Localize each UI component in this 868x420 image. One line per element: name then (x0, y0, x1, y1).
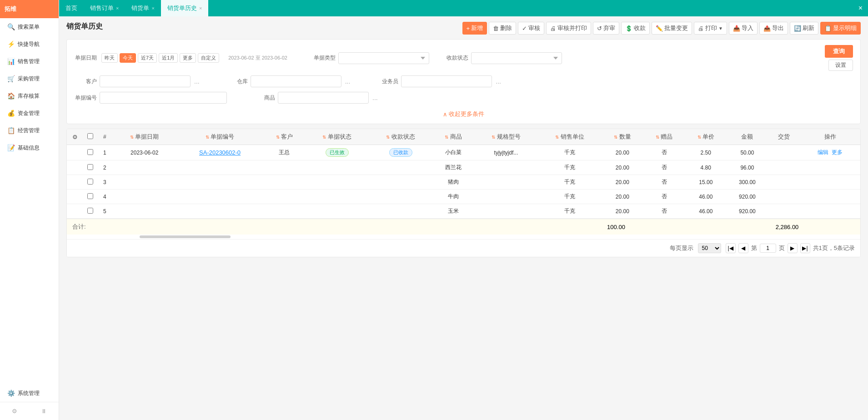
sidebar-item-quicknav[interactable]: ⚡ 快捷导航 (0, 35, 59, 53)
refresh-button[interactable]: 🔄 刷新 (790, 22, 818, 35)
first-page-button[interactable]: |◀ (726, 243, 736, 253)
tab-home[interactable]: 首页 (59, 0, 84, 16)
row4-num: 4 (97, 190, 113, 204)
delete-button[interactable]: 🗑 删除 (489, 22, 516, 35)
export-button[interactable]: 📤 导出 (759, 22, 788, 35)
collect-button[interactable]: 💲 收款 (621, 22, 650, 35)
row5-spec (474, 204, 538, 219)
row5-checkbox[interactable] (87, 208, 93, 214)
tab-close-sales-goods[interactable]: × (151, 5, 154, 11)
th-spec[interactable]: ⇅ 规格型号 (474, 129, 538, 145)
tab-sales-goods[interactable]: 销货单 × (125, 0, 161, 16)
date-btn-7days[interactable]: 近7天 (138, 53, 157, 63)
sidebar-item-operation[interactable]: 📋 经营管理 (0, 122, 59, 139)
th-goods[interactable]: ⇅ 商品 (432, 129, 474, 145)
th-unit[interactable]: ⇅ 销售单位 (538, 129, 602, 145)
warehouse-dots[interactable]: ... (345, 78, 351, 85)
row5-date (113, 204, 176, 219)
row2-checkbox[interactable] (87, 164, 93, 170)
add-button[interactable]: + 新增 (462, 22, 487, 35)
next-page-button[interactable]: ▶ (788, 243, 798, 253)
row4-trade (768, 190, 800, 204)
row1-docno-link[interactable]: SA-20230602-0 (199, 149, 241, 156)
staff-input[interactable] (401, 75, 492, 87)
row1-more-link[interactable]: 更多 (832, 149, 843, 155)
th-gift[interactable]: ⇅ 赠品 (643, 129, 685, 145)
tab-close-sales-history[interactable]: × (199, 5, 202, 11)
print-button[interactable]: 🖨 打印 ▼ (694, 22, 727, 35)
sidebar-item-sales[interactable]: 📊 销售管理 (0, 53, 59, 70)
row1-edit-link[interactable]: 编辑 (818, 149, 828, 155)
row5-actions (800, 204, 860, 219)
sidebar-item-search[interactable]: 🔍 搜索菜单 (0, 18, 59, 35)
customer-input[interactable] (100, 75, 191, 87)
th-customer[interactable]: ⇅ 客户 (263, 129, 305, 145)
tab-sales-order[interactable]: 销售订单 × (84, 0, 125, 16)
th-date[interactable]: ⇅ 单据日期 (113, 129, 176, 145)
row1-checkbox[interactable] (87, 149, 93, 155)
row3-check[interactable] (83, 175, 97, 190)
batch-change-button[interactable]: ✏️ 批量变更 (652, 22, 692, 35)
page-size-select[interactable]: 50 20 100 (698, 243, 721, 253)
th-pay-status[interactable]: ⇅ 收款状态 (369, 129, 432, 145)
row1-qty: 20.00 (602, 145, 643, 160)
gear-icon[interactable]: ⚙ (72, 134, 78, 140)
row1-actions: 编辑 更多 (800, 145, 860, 160)
goods-input[interactable] (278, 92, 369, 104)
row4-date (113, 190, 176, 204)
staff-dots[interactable]: ... (496, 78, 501, 85)
payment-select[interactable] (471, 52, 562, 64)
row2-unit: 千克 (538, 160, 602, 175)
row2-check[interactable] (83, 160, 97, 175)
sidebar-footer-icon1[interactable]: ⚙ (10, 406, 19, 416)
th-check[interactable] (83, 129, 97, 145)
th-status[interactable]: ⇅ 单据状态 (305, 129, 369, 145)
sidebar-item-finance[interactable]: 💰 资金管理 (0, 105, 59, 122)
warehouse-input[interactable] (251, 75, 341, 87)
row1-docno[interactable]: SA-20230602-0 (176, 145, 264, 160)
sidebar-item-inventory[interactable]: 🏠 库存核算 (0, 87, 59, 105)
audit-button[interactable]: ✓ 审核 (518, 22, 544, 35)
date-btn-more[interactable]: 更多 (180, 53, 196, 63)
tab-sales-history[interactable]: 销货单历史 × (161, 0, 208, 16)
sidebar-item-system[interactable]: ⚙️ 系统管理 (0, 385, 59, 402)
goods-dots[interactable]: ... (372, 94, 378, 101)
table-row: 4 牛肉 千克 20.00 否 46.00 920.00 (67, 190, 860, 204)
row4-checkbox[interactable] (87, 193, 93, 199)
date-btn-1month[interactable]: 近1月 (159, 53, 178, 63)
row3-checkbox[interactable] (87, 179, 93, 185)
tab-bar-close[interactable]: × (853, 4, 868, 12)
date-btn-yesterday[interactable]: 昨天 (101, 53, 118, 63)
sidebar-item-purchase[interactable]: 🛒 采购管理 (0, 70, 59, 87)
date-btn-custom[interactable]: 自定义 (198, 53, 219, 63)
audit-print-button[interactable]: 🖨 审核并打印 (546, 22, 591, 35)
tab-close-sales-order[interactable]: × (116, 5, 119, 11)
prev-page-button[interactable]: ◀ (738, 243, 748, 253)
row4-amount: 920.00 (727, 190, 768, 204)
discard-button[interactable]: ↺ 弃审 (593, 22, 619, 35)
th-qty[interactable]: ⇅ 数量 (602, 129, 643, 145)
row5-check[interactable] (83, 204, 97, 219)
collapse-section: ∧ 收起更多条件 (74, 108, 853, 118)
last-page-button[interactable]: ▶| (800, 243, 810, 253)
import-button[interactable]: 📥 导入 (729, 22, 758, 35)
query-button[interactable]: 查询 (825, 45, 853, 58)
collapse-button[interactable]: ∧ 收起更多条件 (74, 108, 853, 118)
date-btn-today[interactable]: 今天 (120, 53, 136, 63)
row4-check[interactable] (83, 190, 97, 204)
settings-button[interactable]: 设置 (828, 60, 853, 71)
show-detail-button[interactable]: 📋 显示明细 (820, 22, 861, 35)
sidebar-footer-icon2[interactable]: ⏸ (39, 406, 49, 416)
docno-input[interactable] (100, 92, 227, 104)
th-gear[interactable]: ⚙ (67, 129, 83, 145)
select-all-checkbox[interactable] (87, 133, 93, 139)
page-number-input[interactable] (760, 244, 776, 253)
horizontal-scrollbar[interactable] (140, 235, 231, 238)
customer-dots[interactable]: ... (194, 78, 200, 85)
row1-num: 1 (97, 145, 113, 160)
sidebar-item-base[interactable]: 📝 基础信息 (0, 139, 59, 156)
type-select[interactable] (338, 52, 429, 64)
row1-check[interactable] (83, 145, 97, 160)
th-docno[interactable]: ⇅ 单据编号 (176, 129, 264, 145)
th-price[interactable]: ⇅ 单价 (685, 129, 727, 145)
